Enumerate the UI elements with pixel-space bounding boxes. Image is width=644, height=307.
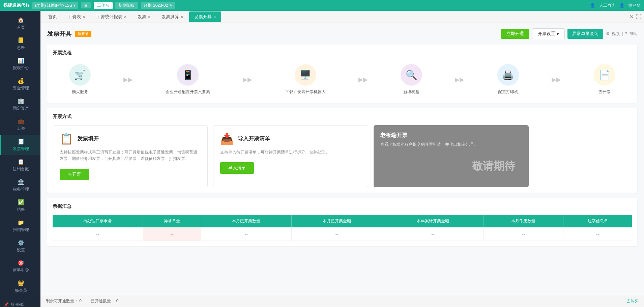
tab-invoice-calc-close[interactable]: ✕ xyxy=(180,15,183,19)
flow-step-buy[interactable]: 🛒 购买服务 xyxy=(69,64,91,95)
tab-invoice-tool[interactable]: 发票开具 ✕ xyxy=(189,11,221,22)
flow-step-config[interactable]: 📱 企业开通配置开票六要素 xyxy=(166,64,210,95)
tab-invoice-list[interactable]: 发票 ✕ xyxy=(133,11,156,22)
sidebar-item-finance[interactable]: 💰 资金管理 xyxy=(0,74,40,94)
sidebar-item-tax[interactable]: 🏦 税务管理 xyxy=(0,175,40,196)
cell-pending[interactable]: -- xyxy=(53,227,143,241)
switch-old-btn[interactable]: 切到旧版 xyxy=(115,2,138,9)
company-selector[interactable]: (勿删) 江西服宝-LSS ▾ xyxy=(32,2,78,9)
abnormal-query-button[interactable]: 异常单量查询 xyxy=(567,29,603,39)
tab-salary-table-close[interactable]: ✕ xyxy=(82,15,85,19)
cell-abnormal[interactable]: -- xyxy=(143,227,201,241)
method-import-desc: 支持导入待开票清单，可对待开票清单进行拆分、合并处理。 xyxy=(220,149,361,156)
period-edit-icon[interactable]: ✎ xyxy=(169,3,173,8)
sidebar-item-settings-label: 设置 xyxy=(17,247,25,253)
sidebar-item-home[interactable]: 🏠 首页 xyxy=(0,13,40,34)
view-help-label[interactable]: 视频 xyxy=(612,31,620,37)
open-settings-button[interactable]: 开票设置 ▾ xyxy=(532,28,565,39)
assets-icon: 🏢 xyxy=(18,98,24,104)
method-boss-overlay: 老板端开票 查看老板端小程序提交的开票申请，并作出相应处理。 xyxy=(374,125,529,187)
sidebar-item-ledger-label: 总账 xyxy=(17,45,25,51)
top-bar-left: 畅捷通易代账 (勿删) 江西服宝-LSS ▾ ⊟ 工作台 切到旧版 账期 202… xyxy=(3,2,175,9)
col-monthly-count: 本月已开票数量 xyxy=(201,215,292,227)
flow-arrow-5: ▶▶ xyxy=(552,76,561,83)
flow-step-download[interactable]: 🖥️ 下载并安装开票机器人 xyxy=(285,64,326,95)
col-pending: 待处理开票申请 xyxy=(53,215,143,227)
sidebar-item-guide[interactable]: 🎯 新手引导 xyxy=(0,256,40,277)
buy-link[interactable]: 去购买 xyxy=(626,298,639,304)
tab-close-all-icon[interactable]: ✕ xyxy=(630,13,634,20)
cell-void-count: -- xyxy=(484,227,563,241)
tab-invoice-tool-close[interactable]: ✕ xyxy=(213,15,216,19)
method-manual-button[interactable]: 去开票 xyxy=(60,169,89,180)
open-invoice-label: 去开票 xyxy=(598,89,611,95)
sidebar-item-archive[interactable]: 📁 归档管理 xyxy=(0,216,40,236)
sidebar-item-settings[interactable]: ⚙️ 设置 xyxy=(0,236,40,256)
method-import-button[interactable]: 导入清单 xyxy=(220,162,254,174)
flow-step-open[interactable]: 📄 去开票 xyxy=(594,64,615,95)
tab-salary-table[interactable]: 工资表 ✕ xyxy=(63,11,90,22)
col-red-info: 红字信息单 xyxy=(563,215,632,227)
method-manual-title: 发票填开 xyxy=(77,135,99,142)
cell-monthly-amount: -- xyxy=(292,227,382,241)
sidebar-item-reports[interactable]: 📊 报表中心 xyxy=(0,54,40,74)
flow-steps: 🛒 购买服务 ▶▶ 📱 企业开通配置开票六要素 ▶▶ 🖥️ 下载并安装开票机器人… xyxy=(53,61,632,97)
cell-red-info: -- xyxy=(563,227,632,241)
tab-salary-stats-close[interactable]: ✕ xyxy=(124,15,127,19)
method-boss-desc: 查看老板端小程序提交的开票申请，并作出相应处理。 xyxy=(380,142,522,147)
tab-salary-stats[interactable]: 工资统计报表 ✕ xyxy=(91,11,132,22)
reports-icon: 📊 xyxy=(18,57,24,64)
tab-fullscreen-icon[interactable]: ⛶ xyxy=(636,14,641,20)
tab-invoice-calc[interactable]: 发票测算 ✕ xyxy=(156,11,188,22)
invoice-icon: 🧾 xyxy=(18,138,24,145)
open-invoice-icon: 📄 xyxy=(594,64,615,86)
sidebar-item-settlement-label: 结账 xyxy=(17,207,25,213)
sidebar-item-assets[interactable]: 🏢 固定资产 xyxy=(0,94,40,115)
col-monthly-amount: 本月已开票金额 xyxy=(292,215,382,227)
sidebar-item-invoice[interactable]: 🧾 发票管理 xyxy=(0,135,40,155)
main-content: 首页 工资表 ✕ 工资统计报表 ✕ 发票 ✕ 发票测算 ✕ 发票开具 ✕ xyxy=(40,11,644,307)
user-name[interactable]: 徐泾华 xyxy=(628,3,641,8)
col-abnormal: 异常单量 xyxy=(143,215,201,227)
archive-icon: 📁 xyxy=(18,219,24,226)
coming-soon-text: 敬请期待 xyxy=(472,159,515,174)
help-area: ⚙ 视频 | ? 帮助 xyxy=(606,31,637,37)
workspace-btn[interactable]: 工作台 xyxy=(94,2,113,9)
sidebar-item-archive-label: 归档管理 xyxy=(13,227,29,233)
flow-step-tax-plate[interactable]: 🔍 新增税盘 xyxy=(401,64,422,95)
sidebar-item-invoice-label: 发票管理 xyxy=(13,146,29,152)
immediate-open-button[interactable]: 立即开通 xyxy=(501,29,529,39)
sidebar-item-purchase[interactable]: 📋 进销台账 xyxy=(0,155,40,175)
remaining-value: 0 xyxy=(79,299,82,303)
method-manual-desc: 支持按照发票样式手工填写开发票；可开具增值税电子普通发票、增值税普通发票、增值税… xyxy=(60,149,201,162)
sidebar-item-settlement[interactable]: ✅ 结账 xyxy=(0,196,40,216)
sidebar-item-reports-label: 报表中心 xyxy=(13,65,29,71)
add-tax-plate-icon: 🔍 xyxy=(401,64,422,86)
sidebar-item-purchase-label: 进销台账 xyxy=(13,166,29,172)
settings-gear-icon: ⚙ xyxy=(606,31,610,36)
col-void-count: 本月作废数量 xyxy=(484,215,563,227)
sidebar-item-member[interactable]: 👑 畅会员 xyxy=(0,277,40,297)
pin-toggle[interactable]: 📌 取消固定 xyxy=(3,300,38,307)
sidebar-item-ledger[interactable]: 📒 总账 xyxy=(0,34,40,54)
pin-label: 取消固定 xyxy=(11,302,26,307)
sidebar-item-salary[interactable]: 💼 工资 xyxy=(0,115,40,135)
flow-section-title: 开票流程 xyxy=(53,50,632,56)
member-icon: 👑 xyxy=(18,280,24,286)
copy-btn[interactable]: ⊟ xyxy=(81,2,91,8)
method-manual-card: 📋 发票填开 支持按照发票样式手工填写开发票；可开具增值税电子普通发票、增值税普… xyxy=(53,125,208,187)
flow-section: 开票流程 🛒 购买服务 ▶▶ 📱 企业开通配置开票六要素 ▶▶ 🖥️ 下载并安装… xyxy=(47,45,637,103)
page-header: 发票开具 待开通 立即开通 开票设置 ▾ 异常单量查询 ⚙ 视频 | ? xyxy=(47,28,637,39)
divider1: | xyxy=(622,31,623,36)
flow-step-printer[interactable]: 🖨️ 配置打印机 xyxy=(497,64,519,95)
tab-invoice-list-close[interactable]: ✕ xyxy=(148,15,151,19)
tab-home[interactable]: 首页 xyxy=(43,11,62,22)
cell-yearly-amount: -- xyxy=(382,227,484,241)
service-label[interactable]: 人工咨询 xyxy=(599,3,615,8)
method-import-card: 📥 导入开票清单 支持导入待开票清单，可对待开票清单进行拆分、合并处理。 导入清… xyxy=(213,125,368,187)
method-manual-header: 📋 发票填开 xyxy=(60,132,201,145)
status-badge: 待开通 xyxy=(75,31,91,37)
config-enterprise-icon: 📱 xyxy=(177,64,199,86)
finance-icon: 💰 xyxy=(18,78,24,84)
help-label[interactable]: 帮助 xyxy=(629,31,637,37)
